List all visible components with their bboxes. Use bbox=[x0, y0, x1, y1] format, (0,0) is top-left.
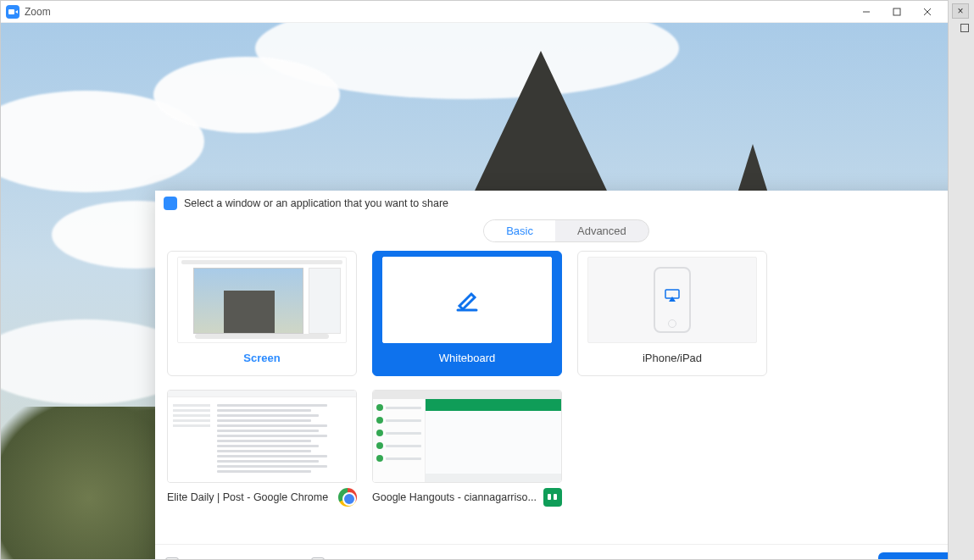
share-option-iphone-ipad[interactable]: iPhone/iPad bbox=[577, 251, 767, 376]
dialog-footer: Share computer sound Optimize Screen Sha… bbox=[155, 544, 948, 559]
zoom-app-icon bbox=[6, 5, 19, 19]
share-options-grid: Screen Whiteboard bbox=[167, 251, 948, 508]
share-option-screen[interactable]: Screen bbox=[167, 251, 357, 376]
tab-segmented-control: Basic Advanced bbox=[483, 219, 649, 242]
screen-label: Screen bbox=[243, 352, 280, 364]
iphone-label: iPhone/iPad bbox=[643, 352, 702, 364]
iphone-thumbnail bbox=[587, 257, 757, 343]
bg-restore-icon bbox=[960, 24, 969, 32]
airplay-icon bbox=[665, 289, 680, 306]
optimize-video-label: Optimize Screen Sharing for Video Clip bbox=[330, 557, 521, 559]
pencil-icon bbox=[453, 284, 481, 316]
background-window-hint: × bbox=[949, 0, 974, 42]
tab-row: Basic Advanced bbox=[155, 216, 948, 251]
chrome-window-thumbnail bbox=[167, 390, 357, 483]
hangouts-icon bbox=[543, 488, 562, 507]
dialog-title: Select a window or an application that y… bbox=[184, 197, 448, 209]
dialog-header: Select a window or an application that y… bbox=[155, 191, 948, 216]
whiteboard-label: Whiteboard bbox=[439, 352, 495, 364]
share-screen-dialog: Select a window or an application that y… bbox=[155, 191, 948, 559]
checkbox-icon bbox=[165, 557, 179, 560]
whiteboard-thumbnail bbox=[382, 257, 552, 343]
video-background: Select a window or an application that y… bbox=[1, 23, 948, 559]
titlebar: Zoom bbox=[1, 1, 948, 23]
chrome-window-label: Elite Daily | Post - Google Chrome bbox=[167, 491, 333, 503]
screen-thumbnail bbox=[177, 257, 347, 343]
optimize-video-checkbox[interactable]: Optimize Screen Sharing for Video Clip bbox=[311, 557, 521, 560]
phone-icon bbox=[654, 267, 691, 333]
checkbox-icon bbox=[311, 557, 325, 560]
svg-marker-8 bbox=[669, 297, 676, 302]
share-button[interactable]: Share bbox=[878, 552, 948, 560]
share-option-whiteboard[interactable]: Whiteboard bbox=[372, 251, 562, 376]
zoom-main-window: Zoom Select a window or an application t… bbox=[0, 0, 949, 560]
hangouts-window-label: Google Hangouts - ciannagarriso... bbox=[372, 491, 538, 503]
minimize-button[interactable] bbox=[851, 2, 882, 22]
share-window-hangouts[interactable]: Google Hangouts - ciannagarriso... bbox=[372, 390, 562, 508]
zoom-app-icon bbox=[164, 197, 177, 210]
hangouts-window-thumbnail bbox=[372, 390, 562, 483]
bg-close-button[interactable]: × bbox=[952, 3, 969, 19]
share-sound-checkbox[interactable]: Share computer sound bbox=[165, 557, 296, 560]
chrome-icon bbox=[338, 488, 357, 507]
share-window-chrome[interactable]: Elite Daily | Post - Google Chrome bbox=[167, 390, 357, 508]
tab-basic[interactable]: Basic bbox=[484, 220, 555, 241]
tab-advanced[interactable]: Advanced bbox=[555, 220, 648, 241]
share-sound-label: Share computer sound bbox=[184, 557, 296, 559]
maximize-button[interactable] bbox=[882, 2, 912, 22]
close-button[interactable] bbox=[912, 2, 943, 22]
svg-rect-1 bbox=[893, 8, 900, 15]
window-title: Zoom bbox=[25, 6, 51, 18]
